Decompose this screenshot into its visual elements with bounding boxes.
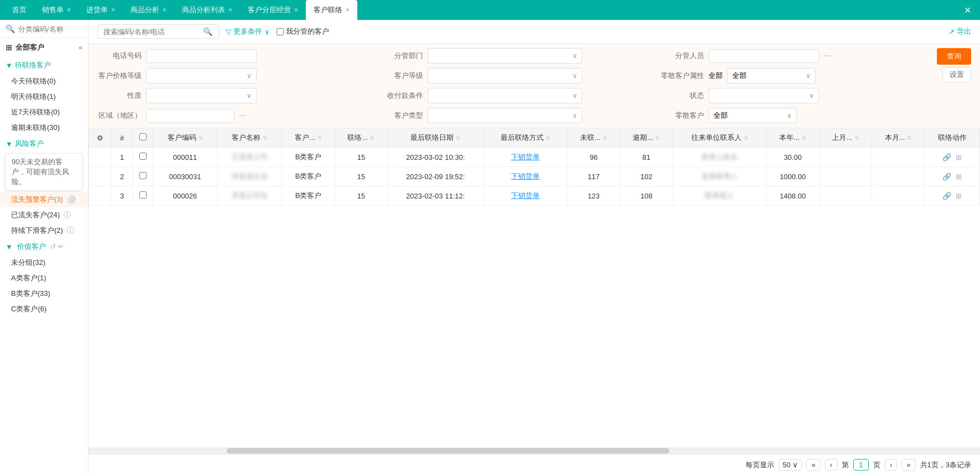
row-3-checkbox[interactable] [139, 191, 147, 199]
query-button[interactable]: 查询 [937, 48, 971, 65]
sidebar-item-class-b[interactable]: B类客户(33) [0, 286, 88, 301]
th-last-contact-method[interactable]: 最后联络方式⇅ [483, 128, 567, 148]
td-method-1[interactable]: 下销货单 [483, 148, 567, 167]
action-link-icon-1[interactable]: 🔗 [942, 153, 951, 161]
search-icon[interactable]: 🔍 [203, 27, 212, 36]
sidebar-item-class-a[interactable]: A类客户(1) [0, 270, 88, 286]
td-check-2[interactable] [133, 167, 153, 186]
action-grid-icon-1[interactable]: ⊞ [956, 153, 962, 161]
th-check[interactable] [133, 128, 153, 148]
settings-button[interactable]: 设置 [942, 67, 971, 82]
tab-customer-contact-close[interactable]: × [346, 6, 350, 14]
status-select[interactable]: ∨ [708, 88, 819, 103]
dept-select[interactable]: ∨ [428, 48, 582, 64]
tab-purchase[interactable]: 进货单 × [79, 0, 123, 20]
sidebar-item-class-c[interactable]: C类客户(6) [0, 301, 88, 317]
sidebar-item-churned[interactable]: 已流失客户(24) ⓘ [0, 207, 88, 223]
th-current-year[interactable]: 本年...⇅ [767, 128, 819, 148]
retail-attr-arrow: ∨ [806, 72, 811, 80]
retail-attr-select[interactable]: 全部 ∨ [727, 68, 816, 83]
th-type[interactable]: 客户...⇅ [282, 128, 335, 148]
sidebar-item-today-pending[interactable]: 今天待联络(0) [0, 74, 88, 89]
price-tier-select[interactable]: ∨ [146, 68, 257, 83]
sidebar-search[interactable]: 🔍 [0, 20, 88, 38]
sidebar-search-input[interactable] [18, 25, 82, 33]
all-customers-label: 全部客户 [15, 43, 44, 53]
phone-input[interactable] [146, 49, 257, 63]
tab-goods-analysis[interactable]: 商品分析 × [123, 0, 174, 20]
row-2-checkbox[interactable] [139, 172, 147, 179]
action-link-icon-3[interactable]: 🔗 [942, 192, 951, 200]
td-check-3[interactable] [133, 186, 153, 206]
sidebar-item-overdue[interactable]: 逾期未联络(30) [0, 120, 88, 135]
th-historical[interactable]: 往来单位联系人⇅ [673, 128, 766, 148]
payment-select[interactable]: ∨ [428, 88, 582, 103]
th-gear[interactable]: ⚙ [89, 128, 111, 148]
tab-customer-tier[interactable]: 客户分层经营 × [240, 0, 306, 20]
th-contact[interactable]: 联络...⇅ [335, 128, 387, 148]
th-action: 联络动作 [925, 128, 980, 148]
per-page-select[interactable]: 50 ∨ [779, 459, 802, 471]
th-name[interactable]: 客户名称⇅ [217, 128, 282, 148]
scrollbar-thumb[interactable] [227, 448, 669, 453]
td-method-2[interactable]: 下销货单 [483, 167, 567, 186]
tab-sales[interactable]: 销售单 × [34, 0, 79, 20]
action-grid-icon-2[interactable]: ⊞ [956, 173, 962, 181]
customer-type-select[interactable]: ∨ [428, 108, 582, 123]
sidebar-item-churn-warning[interactable]: 流失预警客户(3) ⚪ [0, 192, 88, 207]
next-page-btn[interactable]: › [885, 459, 897, 471]
region-input[interactable] [146, 109, 234, 123]
sidebar-section-pending[interactable]: ▼ 待联络客户 [0, 57, 88, 74]
sidebar-item-declining[interactable]: 持续下滑客户(2) ⓘ [0, 223, 88, 238]
search-input[interactable] [103, 28, 203, 36]
tab-customer-contact[interactable]: 客户联络 × [306, 0, 357, 20]
tab-purchase-close[interactable]: × [111, 6, 115, 14]
horizontal-scrollbar[interactable] [88, 447, 980, 454]
tab-home[interactable]: 首页 [4, 0, 34, 20]
row-1-checkbox[interactable] [139, 153, 147, 160]
person-dots[interactable]: ··· [819, 49, 835, 63]
first-page-btn[interactable]: « [806, 459, 820, 471]
table-row: 3 000026 李某公司名 B类客户 15 2023-02-03 11:12:… [89, 186, 980, 206]
select-all-checkbox[interactable] [139, 133, 147, 140]
td-type-2: B类客户 [282, 167, 335, 186]
sidebar-section-at-risk[interactable]: ▼ 风险客户 [0, 135, 88, 152]
th-last-month[interactable]: 上月...⇅ [819, 128, 872, 148]
prev-page-btn[interactable]: ‹ [825, 459, 837, 471]
th-last-contact-date[interactable]: 最后联络日期⇅ [388, 128, 484, 148]
th-current-month[interactable]: 本月...⇅ [872, 128, 924, 148]
th-uncontacted[interactable]: 未联...⇅ [567, 128, 620, 148]
td-num-3: 3 [111, 186, 133, 206]
retail-customer-select[interactable]: 全部 ∨ [708, 108, 797, 123]
td-contact-1: 15 [335, 148, 387, 167]
sidebar-item-week-pending[interactable]: 近7天待联络(0) [0, 105, 88, 120]
th-code[interactable]: 客户编码⇅ [153, 128, 217, 148]
my-customers-wrap[interactable]: 我分管的客户 [277, 27, 329, 36]
person-input[interactable] [708, 49, 819, 63]
th-overdue[interactable]: 逾期...⇅ [620, 128, 673, 148]
tab-sales-close[interactable]: × [67, 6, 71, 14]
sidebar-item-ungrouped[interactable]: 未分组(32) [0, 255, 88, 270]
sidebar-item-tomorrow-pending[interactable]: 明天待联络(1) [0, 89, 88, 105]
search-input-wrap[interactable]: 🔍 [97, 24, 219, 39]
nature-select[interactable]: ∨ [146, 88, 257, 103]
export-button[interactable]: ↗ 导出 [948, 27, 971, 36]
customer-tier-select[interactable]: ∨ [428, 68, 582, 83]
sidebar-section-value[interactable]: ▼ 价值客户 ↺ ✏ [0, 238, 88, 255]
td-method-3[interactable]: 下销货单 [483, 186, 567, 206]
last-page-btn[interactable]: » [901, 459, 915, 471]
region-dots[interactable]: ··· [234, 108, 251, 123]
action-grid-icon-3[interactable]: ⊞ [956, 192, 962, 200]
action-link-icon-2[interactable]: 🔗 [942, 173, 951, 181]
window-close-button[interactable]: ✕ [960, 5, 976, 15]
td-check-1[interactable] [133, 148, 153, 167]
tab-customer-tier-close[interactable]: × [294, 6, 298, 14]
tab-goods-analysis-close[interactable]: × [163, 6, 166, 14]
more-conditions-btn[interactable]: ▽ 更多条件 ∨ [226, 27, 270, 36]
tab-goods-analysis-list-close[interactable]: × [228, 6, 232, 14]
current-page-input[interactable]: 1 [853, 459, 869, 471]
tab-goods-analysis-list[interactable]: 商品分析列表 × [174, 0, 240, 20]
td-action-2: 🔗 ⊞ [925, 167, 980, 186]
all-customers-header[interactable]: ⊞ 全部客户 « [0, 38, 88, 57]
my-customers-checkbox[interactable] [277, 28, 284, 35]
